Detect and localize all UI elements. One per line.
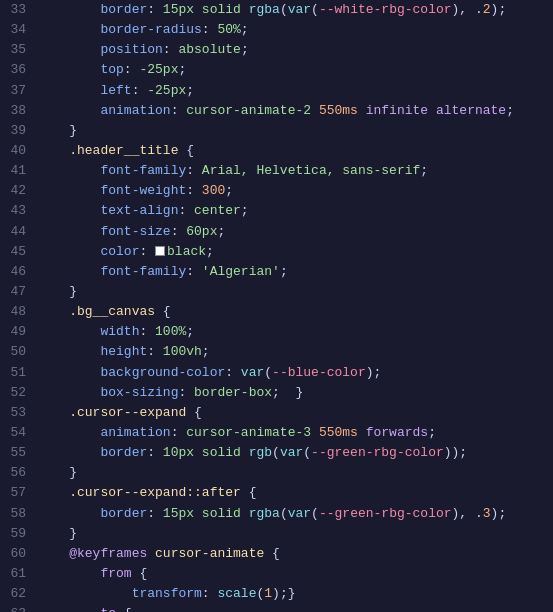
token [38, 425, 100, 440]
line-number: 33 [0, 0, 38, 20]
token: height [100, 344, 147, 359]
token: , . [459, 2, 482, 17]
token: { [116, 606, 132, 612]
token: position [100, 42, 162, 57]
line-number: 34 [0, 20, 38, 40]
line-content: animation: cursor-animate-2 550ms infini… [38, 101, 553, 121]
token: ), . [452, 506, 483, 521]
line-number: 39 [0, 121, 38, 141]
line-content: } [38, 282, 553, 302]
line-number: 44 [0, 222, 38, 242]
token: ( [311, 506, 319, 521]
line-content: .bg__canvas { [38, 302, 553, 322]
token: 300 [202, 183, 225, 198]
token [38, 103, 100, 118]
code-line: 58 border: 15px solid rgba(var(--green-r… [0, 504, 553, 524]
token: solid [194, 506, 249, 521]
token: scale [217, 586, 256, 601]
line-number: 52 [0, 383, 38, 403]
token: background-color [100, 365, 225, 380]
token: Arial, Helvetica, sans-serif [202, 163, 420, 178]
token: 1 [264, 586, 272, 601]
token: ; [206, 244, 214, 259]
token: ; [217, 224, 225, 239]
token: solid [194, 2, 249, 17]
token: : [225, 365, 241, 380]
token [358, 103, 366, 118]
token: : [178, 203, 194, 218]
line-number: 49 [0, 322, 38, 342]
code-editor: 33 border: 15px solid rgba(var(--white-r… [0, 0, 553, 612]
code-line: 39 } [0, 121, 553, 141]
token: { [132, 566, 148, 581]
line-content: text-align: center; [38, 201, 553, 221]
code-line: 37 left: -25px; [0, 81, 553, 101]
token: border-radius [100, 22, 201, 37]
code-line: 40 .header__title { [0, 141, 553, 161]
token [38, 143, 69, 158]
code-line: 56 } [0, 463, 553, 483]
token [38, 385, 100, 400]
token: : [202, 586, 218, 601]
line-content: color: black; [38, 242, 553, 262]
token: border [100, 445, 147, 460]
code-line: 57 .cursor--expand::after { [0, 483, 553, 503]
line-content: border: 15px solid rgba(var(--white-rbg-… [38, 0, 553, 20]
line-number: 48 [0, 302, 38, 322]
token: ; [241, 22, 249, 37]
token: --green-rbg-color [311, 445, 444, 460]
token [38, 405, 69, 420]
line-content: } [38, 463, 553, 483]
token: : [132, 83, 148, 98]
token: 100vh [163, 344, 202, 359]
token: } [69, 284, 77, 299]
code-line: 54 animation: cursor-animate-3 550ms for… [0, 423, 553, 443]
line-number: 51 [0, 363, 38, 383]
code-line: 49 width: 100%; [0, 322, 553, 342]
line-number: 45 [0, 242, 38, 262]
token: cursor-animate [147, 546, 272, 561]
token [311, 425, 319, 440]
code-line: 33 border: 15px solid rgba(var(--white-r… [0, 0, 553, 20]
token: : [186, 163, 202, 178]
token: rgb [249, 445, 272, 460]
line-number: 47 [0, 282, 38, 302]
code-line: 55 border: 10px solid rgb(var(--green-rb… [0, 443, 553, 463]
token: 'Algerian' [202, 264, 280, 279]
token: : [147, 344, 163, 359]
token: --white-rbg-color [319, 2, 452, 17]
line-number: 58 [0, 504, 38, 524]
token: ( [264, 365, 272, 380]
token: ); [491, 506, 507, 521]
token: ; [420, 163, 428, 178]
line-number: 61 [0, 564, 38, 584]
code-line: 42 font-weight: 300; [0, 181, 553, 201]
token: 50% [217, 22, 240, 37]
code-line: 59 } [0, 524, 553, 544]
token: .header__title [69, 143, 178, 158]
token: from [100, 566, 131, 581]
token: ; [241, 42, 249, 57]
line-number: 40 [0, 141, 38, 161]
token: : [163, 42, 179, 57]
token: ( [272, 445, 280, 460]
token: color [100, 244, 139, 259]
token [311, 103, 319, 118]
token [38, 62, 100, 77]
line-content: box-sizing: border-box; } [38, 383, 553, 403]
token: center [194, 203, 241, 218]
token: border [100, 2, 147, 17]
token: : [186, 183, 202, 198]
token: : [171, 425, 187, 440]
token: )); [444, 445, 467, 460]
token: );} [272, 586, 295, 601]
token [38, 244, 100, 259]
token: } [69, 123, 77, 138]
token: ; [202, 344, 210, 359]
token [358, 425, 366, 440]
token: --blue-color [272, 365, 366, 380]
token: rgba [249, 2, 280, 17]
line-number: 57 [0, 483, 38, 503]
code-line: 47 } [0, 282, 553, 302]
code-line: 35 position: absolute; [0, 40, 553, 60]
